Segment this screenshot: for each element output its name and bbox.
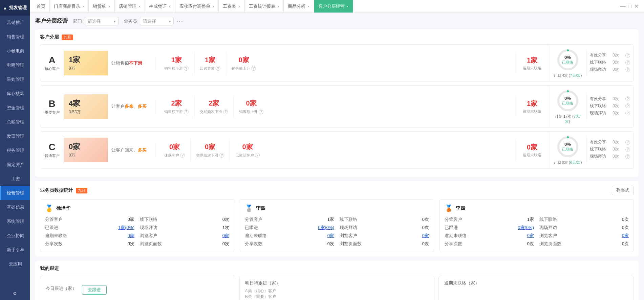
staff-stat-val-xuzhehua-2[interactable]: 1家(0%) <box>118 225 134 231</box>
right-info-icon-A-0[interactable]: ? <box>625 53 630 58</box>
overdue-count-C[interactable]: 0家 <box>527 143 537 152</box>
staff-stat-val-lisi2-4[interactable]: 0家 <box>527 233 534 239</box>
tier-circle-C: 0% 已联络 计划 0次 (0天/次) <box>549 132 586 168</box>
staff-stat-val-lisi1-2[interactable]: 0家(0%) <box>318 225 334 231</box>
settings-button[interactable]: ⚙ <box>0 287 30 300</box>
tab-mendian[interactable]: 门店商品目录× <box>50 0 89 13</box>
tab-close-shangpinfenxi[interactable]: × <box>307 4 309 8</box>
tab-close-shengchengpingzheng[interactable]: × <box>169 4 171 8</box>
info-icon-B-0[interactable]: ? <box>184 110 189 114</box>
stat-count-C-1[interactable]: 0家 <box>205 142 215 152</box>
overdue-count-B[interactable]: 1家 <box>527 99 537 108</box>
staff-stat-val-lisi1-4[interactable]: 0家 <box>327 233 334 239</box>
sidebar-item-shuiwu[interactable]: 税务管理 <box>0 143 30 158</box>
staff-stat-val-lisi2-5[interactable]: 0家 <box>622 233 629 239</box>
stat-count-A-0[interactable]: 1家 <box>171 55 181 65</box>
sidebar-item-kucun[interactable]: 库存核算 <box>0 87 30 101</box>
sidebar-item-jichu[interactable]: 基础信息 <box>0 200 30 214</box>
tab-mendianquanli[interactable]: 店铺管理× <box>115 0 145 13</box>
tab-xiaohuodandan[interactable]: 销货单× <box>89 0 114 13</box>
tab-close-mendian[interactable]: × <box>82 4 84 8</box>
info-icon-A-0[interactable]: ? <box>184 66 189 71</box>
sidebar-header[interactable]: ▲ 批发管理 <box>0 0 30 16</box>
dept-select[interactable]: 请选择 <box>85 17 119 25</box>
minimize-button[interactable]: — <box>620 3 625 9</box>
sidebar-item-yunyingyong[interactable]: 云应用 <box>0 257 30 271</box>
sidebar-item-zhangmu[interactable]: 总账管理 <box>0 115 30 129</box>
staff-select[interactable]: 请选择 <box>140 17 174 25</box>
sidebar-item-zijin[interactable]: 资金管理 <box>0 101 30 115</box>
sidebar-item-dianshangguan[interactable]: 电商管理 <box>0 58 30 72</box>
tab-close-gongzibiao[interactable]: × <box>238 4 240 8</box>
sidebar-item-jingying[interactable]: 经营管理 <box>0 186 30 200</box>
stat-count-A-1[interactable]: 1家 <box>205 55 215 65</box>
right-info-icon-A-2[interactable]: ? <box>625 67 630 72</box>
info-icon-B-1[interactable]: ? <box>223 110 228 114</box>
tab-gongzibiao[interactable]: 工资表× <box>219 0 244 13</box>
tab-gongzitongji[interactable]: 工资统计报表× <box>245 0 284 13</box>
tab-close-yingshouyingfu[interactable]: × <box>212 4 214 8</box>
more-button[interactable]: ··· <box>176 18 184 25</box>
staff-badge-lisi1: 🥈 <box>245 204 253 212</box>
stat-count-C-2[interactable]: 0家 <box>242 142 253 152</box>
stat-count-B-1[interactable]: 2家 <box>209 99 219 108</box>
right-info-icon-C-1[interactable]: ? <box>625 147 630 152</box>
right-info-icon-C-0[interactable]: ? <box>625 140 630 145</box>
info-icon-A-2[interactable]: ? <box>251 66 256 71</box>
sidebar-item-xiaoshou[interactable]: 销售管理 <box>0 30 30 44</box>
sidebar-item-caigou[interactable]: 采购管理 <box>0 72 30 87</box>
right-stat-B-2: 现场拜访 0次 ? <box>590 110 630 116</box>
tab-close-kehufencengjingying[interactable]: × <box>347 4 349 8</box>
staff-stat-row-lisi1-4: 逾期未联络 0家 <box>245 233 334 239</box>
right-info-icon-A-1[interactable]: ? <box>625 60 630 65</box>
staff-stat-val-lisi2-2[interactable]: 0家(0%) <box>518 225 534 231</box>
right-info-icon-B-2[interactable]: ? <box>625 111 630 115</box>
stat-count-A-2[interactable]: 0家 <box>238 55 249 65</box>
right-info-icon-B-1[interactable]: ? <box>625 103 630 108</box>
tab-yingshouyingfu[interactable]: 应收应付调整单× <box>175 0 219 13</box>
circle-status-B: 已联络 <box>562 101 573 106</box>
tab-close-gongzitongji[interactable]: × <box>277 4 279 8</box>
right-info-icon-C-2[interactable]: ? <box>625 154 630 159</box>
stat-count-B-0[interactable]: 2家 <box>171 99 181 108</box>
sidebar-item-gudingzichan[interactable]: 固定资产 <box>0 158 30 172</box>
list-view-button[interactable]: 列表式 <box>612 186 634 195</box>
restore-button[interactable]: □ <box>628 3 631 9</box>
tab-kehufencengjingying[interactable]: 客户分层经营× <box>314 0 353 13</box>
sidebar-item-xinshouyindao[interactable]: 新手引导 <box>0 243 30 257</box>
tab-shangpinfenxi[interactable]: 商品分析× <box>284 0 314 13</box>
info-icon-C-2[interactable]: ? <box>255 153 260 158</box>
staff-stat-val-xuzhehua-5[interactable]: 0家 <box>222 233 229 239</box>
staff-stat-row-lisi2-2: 已跟进 0家(0%) <box>445 225 534 231</box>
close-button[interactable]: ✕ <box>634 3 639 9</box>
tier-circle-A: 0% 已联络 计划 4次 (7天/次) <box>549 45 586 82</box>
info-icon-A-1[interactable]: ? <box>216 66 220 71</box>
tab-shengchengpingzheng[interactable]: 生成凭证× <box>145 0 175 13</box>
stat-count-B-2[interactable]: 0家 <box>246 99 256 108</box>
tab-home[interactable]: 首页 <box>33 0 50 13</box>
dept-label: 部门 <box>73 18 82 24</box>
info-icon-C-0[interactable]: ? <box>180 153 185 158</box>
sidebar-item-gongzi[interactable]: 工资 <box>0 172 30 186</box>
staff-stat-row-lisi1-3: 现场拜访 0次 <box>340 225 429 231</box>
go-followup-button[interactable]: 去跟进 <box>82 285 107 295</box>
sidebar-item-fapiao[interactable]: 发票管理 <box>0 129 30 143</box>
tier-stats-A: 1家 销售额下滑 ?1家 回购异常 ?0家 销售额上升 ? <box>155 52 515 74</box>
info-icon-C-1[interactable]: ? <box>219 153 224 158</box>
staff-stat-val-lisi1-5[interactable]: 0家 <box>422 233 429 239</box>
stat-label-B-2: 销售额上升 ? <box>239 109 263 114</box>
tab-close-mendianquanli[interactable]: × <box>138 4 141 8</box>
staff-stat-row-xuzhehua-1: 线下联络 0次 <box>140 216 229 223</box>
staff-stat-label-lisi1-2: 已跟进 <box>245 225 258 231</box>
right-info-icon-B-0[interactable]: ? <box>625 96 630 101</box>
tier-row-A: A核心客户1家0万让销售额不下滑1家 销售额下滑 ?1家 回购异常 ?0家 销售… <box>40 44 634 82</box>
sidebar-item-xitong[interactable]: 系统管理 <box>0 214 30 229</box>
sidebar-item-qiyexietong[interactable]: 企业协同 <box>0 229 30 243</box>
tab-close-xiaohuodandan[interactable]: × <box>108 4 110 8</box>
info-icon-B-2[interactable]: ? <box>259 110 263 114</box>
sidebar-item-xiaodiandian[interactable]: 小畅电商 <box>0 44 30 58</box>
sidebar-item-yingxiao[interactable]: 营销推广 <box>0 16 30 30</box>
stat-count-C-0[interactable]: 0家 <box>169 142 180 152</box>
staff-stat-val-xuzhehua-4[interactable]: 0家 <box>128 233 134 239</box>
overdue-count-A[interactable]: 1家 <box>527 56 537 65</box>
